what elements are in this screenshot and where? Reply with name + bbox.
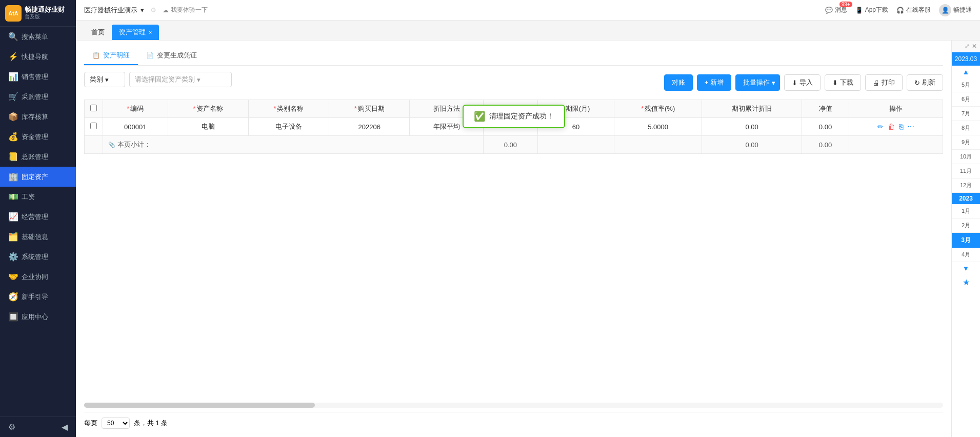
subtotal-initial: 0.00 — [702, 136, 802, 154]
timeline-up-arrow[interactable]: ▲ — [952, 66, 980, 78]
download-icon: ⬇ — [832, 79, 838, 87]
collapse-icon[interactable]: ◀ — [62, 422, 68, 432]
reconcile-button[interactable]: 对账 — [664, 74, 693, 91]
row-category: 电子设备 — [248, 118, 329, 136]
sidebar-item-guide[interactable]: 🧭 新手引导 — [0, 287, 76, 307]
sidebar-item-label: 系统管理 — [22, 252, 48, 262]
import-button[interactable]: ⬇ 导入 — [784, 74, 821, 91]
salary-icon: 💵 — [8, 192, 17, 202]
sidebar-item-search[interactable]: 🔍 搜索菜单 — [0, 27, 76, 47]
timeline-month-12[interactable]: 12月 — [952, 178, 980, 193]
timeline-panel: ⤢ ✕ 2023.03 ▲ 5月 6月 7月 8月 9月 10月 11月 12月… — [951, 41, 980, 437]
batch-ops-button[interactable]: 批量操作 ▾ — [735, 74, 780, 91]
timeline-month-2[interactable]: 2月 — [952, 218, 980, 233]
sidebar-item-mgmt[interactable]: 📈 经营管理 — [0, 207, 76, 227]
message-button[interactable]: 💬 消息 99+ — [825, 6, 847, 14]
sidebar-item-salary[interactable]: 💵 工资 — [0, 187, 76, 207]
sidebar-item-fixed[interactable]: 🏢 固定资产 — [0, 167, 76, 187]
company-dropdown-icon: ▾ — [141, 6, 144, 14]
edit-icon[interactable]: ✏ — [877, 123, 884, 131]
sidebar-item-system[interactable]: ⚙️ 系统管理 — [0, 247, 76, 267]
sidebar-item-basic[interactable]: 🗂️ 基础信息 — [0, 227, 76, 247]
sidebar-item-ledger[interactable]: 📒 总账管理 — [0, 147, 76, 167]
sidebar-item-inventory[interactable]: 📦 库存核算 — [0, 107, 76, 127]
sidebar-item-quicknav[interactable]: ⚡ 快捷导航 — [0, 47, 76, 67]
subtotal-net: 0.00 — [802, 136, 849, 154]
timeline-year-2023[interactable]: 2023 — [952, 193, 980, 204]
timeline-month-4[interactable]: 4月 — [952, 248, 980, 262]
timeline-month-9[interactable]: 9月 — [952, 135, 980, 150]
sidebar-item-purchase[interactable]: 🛒 采购管理 — [0, 87, 76, 107]
select-all-checkbox[interactable] — [90, 105, 97, 111]
category-filter[interactable]: 类别 ▾ — [84, 72, 125, 87]
timeline-month-11[interactable]: 11月 — [952, 164, 980, 178]
sidebar-item-funds[interactable]: 💰 资金管理 — [0, 127, 76, 147]
sub-tab-voucher[interactable]: 📄 变更生成凭证 — [138, 47, 205, 65]
timeline-month-6[interactable]: 6月 — [952, 92, 980, 107]
settings-icon[interactable]: ⚙ — [8, 422, 15, 432]
fixed-icon: 🏢 — [8, 172, 17, 182]
timeline-month-10[interactable]: 10月 — [952, 150, 980, 164]
basic-icon: 🗂️ — [8, 232, 17, 242]
topbar: 医疗器械行业演示 ▾ ⚙ ☁ 我要体验一下 💬 消息 99+ 📱 App下载 🎧… — [76, 0, 980, 21]
online-service-button[interactable]: 🎧 在线客服 — [896, 6, 931, 14]
copy-icon[interactable]: ⎘ — [899, 123, 903, 131]
sidebar-item-label: 经营管理 — [22, 212, 48, 222]
sidebar-item-label: 总账管理 — [22, 152, 48, 162]
sidebar-item-enterprise[interactable]: 🤝 企业协同 — [0, 267, 76, 287]
toolbar: 类别 ▾ 请选择固定资产类别 ▾ 对账 + 新增 — [84, 72, 943, 93]
purchase-icon: 🛒 — [8, 92, 17, 102]
category-value-filter[interactable]: 请选择固定资产类别 ▾ — [129, 72, 232, 87]
refresh-button[interactable]: ↻ 刷新 — [907, 74, 943, 91]
subtotal-label: 📎 本页小计： — [103, 136, 484, 154]
filter-dropdown-icon: ▾ — [105, 76, 109, 84]
page-tabs: 首页 资产管理 × — [76, 21, 980, 41]
ledger-icon: 📒 — [8, 152, 17, 162]
delete-icon[interactable]: 🗑 — [888, 123, 895, 131]
funds-icon: 💰 — [8, 132, 17, 142]
company-selector[interactable]: 医疗器械行业演示 ▾ — [84, 6, 144, 15]
more-icon[interactable]: ⋯ — [907, 123, 914, 131]
new-button[interactable]: + 新增 — [697, 74, 731, 91]
import-icon: ⬇ — [792, 79, 797, 87]
th-net-value: 净值 — [802, 100, 849, 118]
sidebar-footer: ⚙ ◀ — [0, 416, 76, 437]
sidebar: AtA 畅捷通好业财 普及版 🔍 搜索菜单 ⚡ 快捷导航 📊 销售管理 🛒 采购… — [0, 0, 76, 437]
quicknav-icon: ⚡ — [8, 52, 17, 62]
timeline-star-icon[interactable]: ★ — [952, 274, 980, 290]
row-checkbox[interactable] — [90, 123, 97, 129]
company-name: 医疗器械行业演示 — [84, 6, 137, 15]
batch-ops-arrow-icon: ▾ — [772, 79, 775, 87]
th-code: *编码 — [103, 100, 168, 118]
toolbar-left: 类别 ▾ 请选择固定资产类别 ▾ — [84, 72, 232, 93]
timeline-expand-icon[interactable]: ⤢ — [965, 43, 970, 50]
timeline-close-icon[interactable]: ✕ — [972, 43, 977, 50]
service-icon: 🎧 — [896, 7, 904, 14]
sub-tab-asset-detail[interactable]: 📋 资产明细 — [84, 47, 138, 65]
print-button[interactable]: 🖨 打印 — [865, 74, 903, 91]
sidebar-item-sales[interactable]: 📊 销售管理 — [0, 67, 76, 87]
table-container: ✅ 清理固定资产成功！ *编码 *资产名称 *类别名称 *购买日期 — [84, 100, 943, 401]
user-profile[interactable]: 👤 畅捷通 — [939, 4, 972, 16]
timeline-down-arrow[interactable]: ▼ — [952, 262, 980, 274]
download-button[interactable]: ⬇ 下载 — [825, 74, 861, 91]
timeline-month-7[interactable]: 7月 — [952, 107, 980, 121]
tab-home[interactable]: 首页 — [84, 25, 112, 40]
sidebar-item-label: 库存核算 — [22, 112, 48, 122]
per-page-select[interactable]: 50 100 — [102, 418, 130, 429]
horizontal-scrollbar[interactable] — [84, 403, 943, 408]
timeline-month-1[interactable]: 1月 — [952, 204, 980, 218]
app-download-button[interactable]: 📱 App下载 — [855, 6, 888, 14]
tab-close-icon[interactable]: × — [149, 29, 152, 35]
timeline-month-3-current[interactable]: 3月 — [952, 233, 980, 248]
app-version: 普及版 — [25, 13, 65, 21]
sidebar-scroll: 🔍 搜索菜单 ⚡ 快捷导航 📊 销售管理 🛒 采购管理 📦 库存核算 💰 资金管… — [0, 27, 76, 416]
sidebar-item-apps[interactable]: 🔲 应用中心 — [0, 307, 76, 327]
timeline-month-5[interactable]: 5月 — [952, 78, 980, 92]
timeline-month-8[interactable]: 8月 — [952, 121, 980, 135]
main-area: 医疗器械行业演示 ▾ ⚙ ☁ 我要体验一下 💬 消息 99+ 📱 App下载 🎧… — [76, 0, 980, 437]
experience-link[interactable]: ☁ 我要体验一下 — [163, 6, 208, 14]
scrollbar-thumb[interactable] — [84, 403, 315, 408]
tab-asset-mgmt[interactable]: 资产管理 × — [112, 25, 159, 40]
sidebar-item-label: 快捷导航 — [22, 52, 48, 62]
